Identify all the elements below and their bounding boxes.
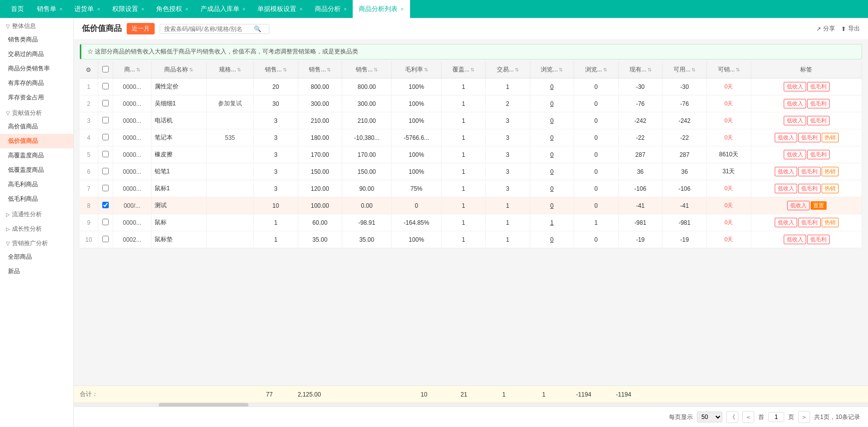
row-qty: 1 (253, 214, 298, 231)
row-checkbox[interactable] (102, 236, 109, 242)
sidebar-item-sales-goods[interactable]: 销售类商品 (0, 32, 73, 47)
nav-tab-sales[interactable]: 销售单 × (31, 0, 68, 18)
sort-icon[interactable]: ⇅ (136, 67, 140, 72)
row-qty: 3 (253, 163, 298, 180)
close-icon[interactable]: × (299, 6, 302, 12)
sidebar-item-category-rate[interactable]: 商品分类销售率 (0, 61, 73, 76)
row-checkbox[interactable] (102, 168, 109, 174)
sort-icon[interactable]: ⇅ (470, 67, 474, 72)
close-icon[interactable]: × (401, 6, 404, 12)
sort-icon[interactable]: ⇅ (515, 67, 519, 72)
filter-recent-month-button[interactable]: 近一月 (127, 23, 155, 34)
per-page-select[interactable]: 50 20 100 (697, 412, 722, 423)
row-checkbox-cell[interactable] (98, 95, 113, 112)
close-icon[interactable]: × (59, 6, 62, 12)
nav-tab-permission[interactable]: 权限设置 × (106, 0, 150, 18)
settings-col-header[interactable]: ⚙ (80, 61, 98, 78)
share-button[interactable]: ↗ 分享 (816, 24, 835, 33)
row-checkbox[interactable] (102, 117, 109, 123)
row-margin: 0 (392, 197, 441, 214)
sidebar: ▽ 整体信息 销售类商品 交易过的商品 商品分类销售率 有库存的商品 库存资金占… (0, 18, 74, 427)
nav-tab-analysis-list[interactable]: 商品分析列表 × (353, 0, 410, 18)
row-checkbox-cell[interactable] (98, 214, 113, 231)
export-button[interactable]: ⬆ 导出 (841, 24, 860, 33)
row-spec (207, 112, 254, 129)
sidebar-item-low-coverage[interactable]: 低覆盖度商品 (0, 163, 73, 177)
row-checkbox[interactable] (102, 219, 109, 225)
close-icon[interactable]: × (344, 6, 347, 12)
nav-tab-template[interactable]: 单据模板设置 × (251, 0, 308, 18)
close-icon[interactable]: × (97, 6, 100, 12)
nav-tab-analysis[interactable]: 商品分析 × (309, 0, 353, 18)
horizontal-scrollbar[interactable] (74, 403, 868, 407)
prev-page-button[interactable]: ＜ (742, 411, 754, 423)
row-checkbox[interactable] (102, 134, 109, 140)
row-checkbox-cell[interactable] (98, 78, 113, 95)
search-input[interactable] (164, 25, 254, 32)
row-checkbox[interactable] (102, 185, 109, 191)
sort-icon[interactable]: ⇅ (237, 67, 241, 72)
sidebar-group-circulation[interactable]: ▷ 流通性分析 (0, 206, 73, 221)
row-browse1: 0 (530, 146, 574, 163)
sidebar-item-high-value[interactable]: 高价值商品 (0, 119, 73, 134)
sidebar-item-low-value[interactable]: 低价值商品 (0, 134, 73, 148)
sidebar-item-stocked-goods[interactable]: 有库存的商品 (0, 76, 73, 90)
sidebar-group-contribution[interactable]: ▽ 贡献值分析 (0, 105, 73, 119)
next-page-button[interactable]: ＞ (798, 411, 810, 423)
row-checkbox[interactable] (102, 151, 109, 157)
sort-icon[interactable]: ⇅ (559, 67, 563, 72)
nav-home[interactable]: 首页 (4, 4, 31, 13)
checkbox-col-header[interactable] (98, 61, 113, 78)
row-sale1: 180.00 (298, 129, 342, 146)
sort-icon[interactable]: ⇅ (691, 67, 695, 72)
row-checkbox[interactable] (102, 83, 109, 89)
select-all-checkbox[interactable] (102, 66, 109, 72)
row-checkbox-cell[interactable] (98, 197, 113, 214)
page-number-input[interactable] (768, 412, 784, 422)
sort-icon[interactable]: ⇅ (327, 67, 331, 72)
row-checkbox-cell[interactable] (98, 163, 113, 180)
close-icon[interactable]: × (185, 6, 188, 12)
row-saleable: 31天 (707, 163, 751, 180)
sidebar-group-overall[interactable]: ▽ 整体信息 (0, 18, 73, 32)
row-checkbox[interactable] (102, 202, 109, 208)
sort-icon[interactable]: ⇅ (283, 67, 287, 72)
sort-icon[interactable]: ⇅ (648, 67, 651, 72)
sidebar-item-all-goods[interactable]: 全部商品 (0, 250, 73, 264)
nav-tab-role[interactable]: 角色授权 × (150, 0, 194, 18)
row-checkbox-cell[interactable] (98, 146, 113, 163)
first-page-button[interactable]: 《 (726, 411, 738, 423)
sort-icon[interactable]: ⇅ (189, 67, 193, 72)
close-icon[interactable]: × (242, 6, 245, 12)
tag-label: 低收入 (787, 201, 810, 210)
row-avail: -76 (662, 95, 707, 112)
sidebar-item-traded-goods[interactable]: 交易过的商品 (0, 47, 73, 61)
nav-tab-purchase[interactable]: 进货单 × (68, 0, 106, 18)
row-checkbox-cell[interactable] (98, 112, 113, 129)
close-icon[interactable]: × (141, 6, 144, 12)
tag-label: 低收入 (784, 99, 806, 108)
row-checkbox-cell[interactable] (98, 129, 113, 146)
sidebar-group-growth[interactable]: ▷ 成长性分析 (0, 221, 73, 235)
tag-label: 低收入 (784, 116, 806, 125)
search-icon[interactable]: 🔍 (254, 25, 261, 32)
row-no: 10 (80, 231, 98, 248)
sort-icon[interactable]: ⇅ (736, 67, 740, 72)
sort-icon[interactable]: ⇅ (424, 67, 428, 72)
sort-icon[interactable]: ⇅ (603, 67, 607, 72)
table-wrapper[interactable]: ⚙ 商...⇅ 商品名称⇅ 规格...⇅ 销售...⇅ 销售...⇅ 销售...… (74, 61, 868, 386)
sidebar-item-low-margin[interactable]: 低毛利商品 (0, 192, 73, 206)
days-label: 0天 (724, 219, 733, 225)
nav-tab-product-in[interactable]: 产成品入库单 × (195, 0, 251, 18)
row-name: 橡皮擦 (151, 146, 206, 163)
row-margin: 100% (392, 231, 441, 248)
row-checkbox-cell[interactable] (98, 231, 113, 248)
sidebar-group-marketing[interactable]: ▽ 营销推广分析 (0, 235, 73, 250)
row-checkbox-cell[interactable] (98, 180, 113, 197)
sort-icon[interactable]: ⇅ (374, 67, 378, 72)
sidebar-item-new-goods[interactable]: 新品 (0, 264, 73, 279)
row-checkbox[interactable] (102, 100, 109, 106)
sidebar-item-high-coverage[interactable]: 高覆盖度商品 (0, 148, 73, 163)
sidebar-item-high-margin[interactable]: 高毛利商品 (0, 177, 73, 192)
sidebar-item-stock-capital[interactable]: 库存资金占用 (0, 90, 73, 105)
